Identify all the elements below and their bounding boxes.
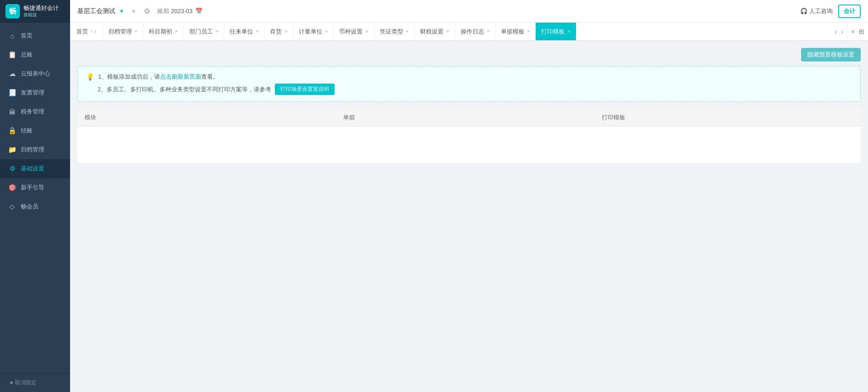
- calendar-icon[interactable]: 📅: [195, 8, 203, 14]
- tab-expand-button[interactable]: ⊞: [859, 28, 864, 36]
- tab-inventory-label: 存货: [270, 28, 282, 36]
- tab-vendor[interactable]: 往来单位 ×: [224, 23, 264, 40]
- tab-nav-arrows: ‹ ›: [831, 23, 847, 40]
- tab-controls: × ⊞: [847, 23, 868, 40]
- sidebar-item-guide-label: 新手引导: [21, 184, 44, 192]
- th-module: 模块: [77, 113, 336, 122]
- tab-home-nav: ‹: [91, 29, 93, 34]
- tax-icon: 🏛: [8, 108, 16, 116]
- tab-tax-setting[interactable]: 财税设置 ×: [415, 23, 455, 40]
- reports-icon: ☁: [8, 70, 16, 78]
- info-line1-text: 1、模板添加成功后，请: [98, 73, 160, 81]
- th-print-template: 打印模板: [594, 113, 861, 122]
- period-display: 账期 2023-03 📅: [157, 7, 203, 15]
- invoice-icon: 🧾: [8, 89, 16, 97]
- period-label: 账期: [157, 7, 169, 15]
- service-label: 人工咨询: [809, 7, 833, 15]
- sidebar-nav: ⌂ 首页 📋 总账 ☁ 云报表中心 🧾 发票管理 🏛 税务管理 🔒 结账 📁 归…: [0, 23, 70, 373]
- sidebar-item-archive-label: 归档管理: [21, 146, 44, 154]
- tab-single-receipt-close[interactable]: ×: [527, 29, 530, 34]
- tab-currency[interactable]: 币种设置 ×: [334, 23, 374, 40]
- company-settings-button[interactable]: ⚙: [142, 5, 152, 17]
- tab-archive-label: 归档管理: [108, 28, 132, 36]
- sidebar-item-reports-label: 云报表中心: [21, 70, 50, 78]
- sidebar-item-ledger[interactable]: 📋 总账: [0, 45, 70, 64]
- company-dropdown-icon: ▼: [119, 8, 124, 14]
- tab-home[interactable]: 首页 ‹ ›: [70, 23, 103, 40]
- tab-print-template-close[interactable]: ×: [567, 29, 570, 34]
- tab-tax-setting-close[interactable]: ×: [446, 29, 449, 34]
- period-value: 2023-03: [171, 8, 193, 14]
- tab-currency-close[interactable]: ×: [365, 29, 368, 34]
- tab-vendor-label: 往来单位: [230, 28, 253, 36]
- tab-unit-close[interactable]: ×: [325, 29, 328, 34]
- table-body: [77, 127, 861, 163]
- add-company-button[interactable]: +: [130, 5, 137, 17]
- info-line-1: 💡 1、模板添加成功后，请 点击刷新新页面 查看。: [86, 73, 852, 81]
- bulb-icon: 💡: [86, 73, 94, 81]
- tab-operation-log[interactable]: 操作日志 ×: [455, 23, 495, 40]
- tab-operation-log-close[interactable]: ×: [487, 29, 490, 34]
- logo-title: 畅捷通好会计: [24, 5, 59, 12]
- topbar-actions: + ⚙: [130, 5, 152, 17]
- sidebar-unpin[interactable]: ◄ 取消固定: [0, 373, 70, 392]
- tab-inventory[interactable]: 存货 ×: [264, 23, 293, 40]
- sidebar-unpin-label: ◄ 取消固定: [8, 379, 37, 387]
- sidebar-item-reports[interactable]: ☁ 云报表中心: [0, 64, 70, 83]
- tab-home-label: 首页: [76, 28, 88, 36]
- tab-operation-log-label: 操作日志: [461, 28, 484, 36]
- tab-voucher-type-close[interactable]: ×: [406, 29, 409, 34]
- guide-icon: 🎯: [8, 184, 16, 192]
- tab-subject-close[interactable]: ×: [175, 29, 178, 34]
- tab-department-close[interactable]: ×: [216, 29, 218, 34]
- customer-service-button[interactable]: 🎧 人工咨询: [800, 7, 833, 15]
- tab-single-receipt[interactable]: 单据模板 ×: [495, 23, 536, 40]
- hide-template-button[interactable]: 隐藏预置模板设置: [801, 48, 861, 61]
- refresh-link[interactable]: 点击刷新新页面: [160, 73, 201, 81]
- company-name: 基层工会测试: [77, 7, 115, 15]
- sidebar-item-home[interactable]: ⌂ 首页: [0, 26, 70, 45]
- sidebar-item-closing[interactable]: 🔒 结账: [0, 121, 70, 140]
- tab-next-button[interactable]: ›: [840, 27, 845, 36]
- headset-icon: 🎧: [800, 8, 807, 14]
- sidebar-item-tax[interactable]: 🏛 税务管理: [0, 102, 70, 121]
- sidebar-item-archive[interactable]: 📁 归档管理: [0, 140, 70, 159]
- tab-unit[interactable]: 计量单位 ×: [293, 23, 334, 40]
- closing-icon: 🔒: [8, 127, 16, 135]
- tab-vendor-close[interactable]: ×: [256, 29, 259, 34]
- main-area: 基层工会测试 ▼ + ⚙ 账期 2023-03 📅 🎧 人工咨询 会计 首页 ‹…: [70, 0, 868, 392]
- tab-voucher-type[interactable]: 凭证类型 ×: [374, 23, 415, 40]
- sidebar-item-home-label: 首页: [21, 32, 33, 40]
- tab-archive-close[interactable]: ×: [135, 29, 137, 34]
- archive-icon: 📁: [8, 146, 16, 154]
- topbar-right: 🎧 人工咨询 会计: [800, 5, 861, 18]
- tab-print-template[interactable]: 打印模板 ×: [536, 23, 576, 40]
- sidebar-item-invoice[interactable]: 🧾 发票管理: [0, 83, 70, 102]
- info-box: 💡 1、模板添加成功后，请 点击刷新新页面 查看。 2、多员工、多打印机、多种业…: [77, 66, 861, 102]
- sidebar-item-guide[interactable]: 🎯 新手引导: [0, 178, 70, 197]
- table-header: 模块 单据 打印模板: [77, 109, 861, 127]
- sidebar-item-settings[interactable]: ⚙ 基础设置: [0, 159, 70, 178]
- print-scene-button[interactable]: 打印场景设置宣说明: [275, 84, 335, 95]
- tab-inventory-close[interactable]: ×: [284, 29, 287, 34]
- tab-print-template-label: 打印模板: [541, 28, 565, 36]
- logo-icon: 畅: [5, 4, 20, 19]
- info-line-2: 2、多员工、多打印机、多种业务类型设置不同打印方案等，请参考 打印场景设置宣说明: [86, 84, 852, 95]
- sidebar-item-settings-label: 基础设置: [21, 165, 44, 173]
- account-type-badge[interactable]: 会计: [838, 5, 861, 18]
- tab-nav-icon: ›: [94, 28, 96, 35]
- sidebar-item-member[interactable]: ◇ 畅会员: [0, 197, 70, 216]
- tab-department[interactable]: 部门员工 ×: [184, 23, 224, 40]
- tab-department-label: 部门员工: [189, 28, 213, 36]
- tab-close-all-button[interactable]: ×: [851, 28, 855, 35]
- tab-subject[interactable]: 科目期初 ×: [143, 23, 184, 40]
- sidebar-logo: 畅 畅捷通好会计 旗舰版: [0, 0, 70, 23]
- company-selector[interactable]: 基层工会测试 ▼: [77, 7, 124, 15]
- tab-archive[interactable]: 归档管理 ×: [103, 23, 143, 40]
- member-icon: ◇: [8, 203, 16, 211]
- tab-tax-setting-label: 财税设置: [420, 28, 443, 36]
- sidebar: 畅 畅捷通好会计 旗舰版 ⌂ 首页 📋 总账 ☁ 云报表中心 🧾 发票管理 🏛 …: [0, 0, 70, 392]
- th-receipt: 单据: [336, 113, 594, 122]
- sidebar-item-ledger-label: 总账: [21, 51, 33, 59]
- tab-prev-button[interactable]: ‹: [833, 27, 839, 36]
